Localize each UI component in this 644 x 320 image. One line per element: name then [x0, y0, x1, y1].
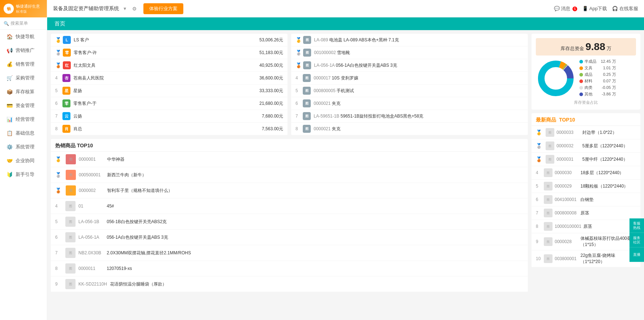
sidebar-item-home[interactable]: 🏠 快捷导航 — [0, 30, 47, 44]
inventory-panel: 库存总资金 9.88 万 — [531, 34, 640, 110]
page-body: 🥇 L LS 客户 53,006.26元 🥈 零 零售客户-许 51,183.0… — [47, 30, 644, 296]
newest-row-8: 8 图 10000100001 原茎 — [531, 220, 640, 233]
customer-rank-row-6: 6 零 零售客户-于 21,680.00元 — [51, 97, 288, 110]
logo-icon: 畅 — [4, 4, 14, 14]
sidebar-item-marketing[interactable]: 📢 营销推广 — [0, 44, 47, 57]
legend-dot-4 — [579, 79, 583, 83]
customer-ranking-list: 🥇 L LS 客户 53,006.26元 🥈 零 零售客户-许 51,183.0… — [51, 34, 288, 135]
newest-code-2: 0000032 — [557, 143, 580, 148]
product-ranking-list: 🥇 图 LA-089 电池盖 LA-089 ABS本色+黑种 7.1克 🥈 图 … — [291, 34, 528, 135]
prod-thumb-5: 图 — [303, 87, 311, 95]
customer-rank-row-3: 🥉 红 红太阳文具 40,925.00元 — [51, 59, 288, 72]
prod-silver-icon: 🥈 — [295, 50, 302, 56]
legend-dot-5 — [579, 86, 583, 90]
search-menu[interactable]: 🔍 搜索菜单 — [0, 17, 47, 30]
hot-product-row-5: 5 图 LA-056-1B 056-1B白色按键开关壳ABS2克 — [51, 214, 528, 230]
message-btn[interactable]: 💬 消息 6 — [554, 5, 578, 12]
topbar-right: 💬 消息 6 📱 App下载 🎧 在线客服 — [554, 5, 638, 12]
prod-gold-icon: 🥇 — [295, 37, 302, 43]
newest-name-2: 5厘多层（1220*2440） — [582, 143, 636, 149]
newest-row-10: 10 图 003800001 22g鱼豆腐-烧烤味（1*12*20） — [531, 250, 640, 267]
finance-icon: 💳 — [6, 103, 13, 108]
customer-ranking-panel: 🥇 L LS 客户 53,006.26元 🥈 零 零售客户-许 51,183.0… — [51, 34, 288, 135]
hot-prod-code-5: LA-056-1B — [78, 219, 104, 224]
prod-thumb-6: 图 — [303, 99, 311, 107]
newest-thumb-1: 图 — [546, 128, 554, 137]
float-btn-live[interactable]: 直播 — [629, 247, 644, 262]
newest-row-6: 6 图 004100001 白钢垫 — [531, 193, 640, 206]
sidebar-item-inventory[interactable]: 📦 库存核算 — [0, 85, 47, 99]
hot-silver-icon: 🥈 — [55, 172, 61, 178]
newest-thumb-7: 图 — [544, 209, 553, 217]
newest-thumb-10: 图 — [544, 254, 553, 263]
legend-item-3: 成品 0.25 万 — [579, 72, 616, 77]
base-info-icon: 📋 — [6, 130, 13, 136]
dropdown-arrow-icon[interactable]: ▼ — [123, 6, 127, 11]
newest-row-4: 4 图 0000030 18多层（1220*2440） — [531, 166, 640, 180]
app-download-btn[interactable]: 📱 App下载 — [582, 5, 607, 12]
sidebar-item-collab[interactable]: 🤝 企业协同 — [0, 154, 47, 168]
newest-row-7: 7 图 000800008 原茎 — [531, 206, 640, 220]
customer-name-4: 苍南县人民医院 — [73, 75, 260, 81]
hot-prod-code-9: KK-SD22110H — [78, 282, 107, 287]
prod-thumb-8: 图 — [303, 125, 311, 133]
gear-icon[interactable]: ⚙ — [132, 6, 137, 12]
bronze-medal-icon: 🥉 — [55, 62, 61, 68]
customer-rank-row-5: 5 星 星扬 33,333.00元 — [51, 85, 288, 97]
hot-prod-code-1: 0000001 — [79, 157, 104, 162]
newest-products-panel: 最新商品 TOP10 🥇 图 0000033 封边带（1.0*22） 🥈 图 0… — [531, 113, 640, 267]
sidebar-item-purchase[interactable]: 🛒 采购管理 — [0, 71, 47, 85]
float-btn-hotline[interactable]: 客服热线 — [629, 218, 644, 233]
newest-row-5: 5 图 0000029 18颗粒板（1220*2440） — [531, 180, 640, 193]
hot-bronze-icon: 🥉 — [55, 188, 61, 193]
donut-area: 半成品 12.45 万 文具 1.01 万 成品 0 — [536, 58, 636, 98]
sidebar: 畅 畅捷通好生意 标准版 🔍 搜索菜单 🏠 快捷导航 📢 营销推广 💰 销售管理… — [0, 0, 47, 320]
trial-btn[interactable]: 体验行业方案 — [143, 3, 183, 14]
customer-badge-4: 杏 — [62, 74, 70, 82]
page-header: 首页 — [47, 17, 644, 30]
prod-rank-row-4: 4 图 0000017 10S 变刹罗孃 — [291, 72, 528, 85]
customer-badge-3: 红 — [63, 61, 71, 69]
prod-bronze-icon: 🥉 — [295, 62, 302, 68]
hot-prod-name-8: 12070519-xs — [107, 266, 523, 271]
prod-name-5: 000800005 手机测试 — [314, 88, 523, 94]
prod-name-6: 0000021 夹克 — [314, 100, 523, 107]
newest-row-1: 🥇 图 0000033 封边带（1.0*22） — [531, 126, 640, 139]
prod-name-4: 0000017 10S 变刹罗孃 — [314, 75, 523, 81]
hot-product-row-3: 🥉 图 0000002 智利车子里（规格不知道填什么） — [51, 183, 528, 198]
prod-rank-row-3: 🥉 图 LA-056-1A 056-1A白色按键开关盖ABS 3克 — [291, 59, 528, 72]
hot-prod-name-9: 花语荫恒温分腿睡袋（厚款） — [110, 281, 523, 287]
sidebar-item-guide[interactable]: 🔰 新手引导 — [0, 168, 47, 181]
customer-amount-2: 51,183.00元 — [260, 50, 283, 56]
customer-badge-1: L — [63, 36, 71, 44]
sidebar-item-finance[interactable]: 💳 资金管理 — [0, 99, 47, 112]
hot-prod-name-3: 智利车子里（规格不知道填什么） — [107, 188, 523, 194]
customer-name-6: 零售客户-于 — [73, 100, 260, 107]
main-area: 装备及固定资产辅助管理系统 ▼ ⚙ 体验行业方案 💬 消息 6 📱 App下载 … — [47, 0, 644, 320]
float-btn-community[interactable]: 服务社区 — [629, 233, 644, 247]
sidebar-item-system[interactable]: ⚙️ 系统管理 — [0, 140, 47, 154]
newest-name-1: 封边带（1.0*22） — [582, 130, 636, 136]
legend-dot-3 — [579, 73, 583, 77]
newest-name-4: 18多层（1220*2440） — [580, 170, 636, 176]
sidebar-item-operations[interactable]: 📊 经营管理 — [0, 112, 47, 126]
content-area: 首页 🥇 L LS 客户 53,006.26元 — [47, 17, 644, 320]
prod-rank-row-5: 5 图 000800005 手机测试 — [291, 85, 528, 97]
online-service-btn[interactable]: 🎧 在线客服 — [612, 5, 638, 12]
prod-name-8: 0000021 夹克 — [314, 126, 523, 132]
inventory-sub-label: 库存资金占比 — [536, 100, 636, 105]
operations-icon: 📊 — [6, 116, 13, 122]
newest-row-9: 9 图 0000028 体械荔枝味苏打饮品400毫升（1*15） — [531, 233, 640, 250]
newest-bronze-icon: 🥉 — [536, 156, 542, 162]
customer-amount-1: 53,006.26元 — [260, 37, 283, 43]
sidebar-logo: 畅 畅捷通好生意 标准版 — [0, 0, 47, 17]
sidebar-item-base-info[interactable]: 📋 基础信息 — [0, 126, 47, 140]
sidebar-item-sales[interactable]: 💰 销售管理 — [0, 57, 47, 71]
prod-rank-row-6: 6 图 0000021 夹克 — [291, 97, 528, 110]
legend-dot-6 — [579, 93, 583, 96]
prod-thumb-7: 图 — [303, 112, 311, 120]
newest-code-1: 0000033 — [557, 130, 580, 135]
hot-prod-thumb-3: 图 — [66, 185, 76, 196]
customer-amount-8: 7,563.00元 — [262, 126, 283, 132]
home-icon: 🏠 — [6, 34, 13, 40]
